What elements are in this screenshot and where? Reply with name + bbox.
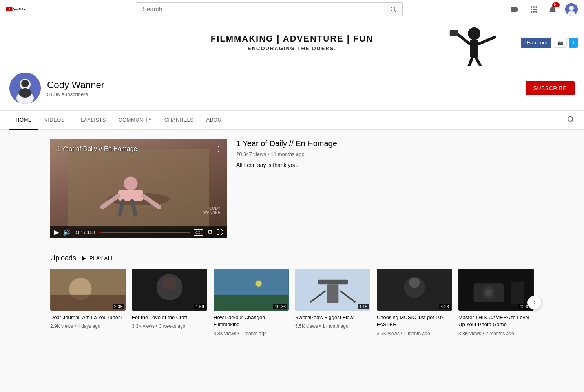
play-all-button[interactable]: PLAY ALL: [81, 255, 114, 261]
channel-info-bar: Cody Wanner 51.8K subscribers SUBSCRIBE: [0, 66, 584, 111]
video-duration: 4:15: [358, 304, 369, 309]
instagram-button[interactable]: 📷: [554, 38, 567, 48]
tab-community[interactable]: COMMUNITY: [112, 111, 158, 130]
video-card[interactable]: 2:08 Dear Journal: Am I a YouTuber? 2.9K…: [50, 269, 126, 337]
video-card-meta: 3.8K views • 1 month ago: [214, 330, 289, 337]
subscribe-button[interactable]: SUBSCRIBE: [526, 81, 575, 95]
svg-point-6: [569, 6, 574, 11]
banner-subtitle: ENCOURAGING THE DOERS.: [211, 45, 374, 51]
svg-point-3: [391, 7, 395, 11]
cc-icon[interactable]: CC: [194, 229, 203, 236]
featured-section: 1 Year of Daily // En Homage ⋮ CODYWANNE…: [50, 139, 534, 238]
video-card[interactable]: 12:07 Master THIS CAMERA to Level-Up You…: [458, 269, 534, 337]
tab-home[interactable]: HOME: [9, 111, 38, 130]
notification-icon[interactable]: 9+: [546, 3, 559, 16]
svg-point-26: [124, 177, 137, 191]
main-content: 1 Year of Daily // En Homage ⋮ CODYWANNE…: [41, 130, 543, 347]
video-time: 0:01 / 3:56: [75, 230, 95, 235]
video-card-title: How Parkour Changed Filmmaking: [214, 314, 289, 328]
svg-point-38: [163, 277, 176, 290]
svg-rect-44: [327, 284, 339, 303]
video-menu-button[interactable]: ⋮: [214, 144, 222, 153]
video-overlay-title: 1 Year of Daily // En Homage: [57, 145, 137, 152]
tab-about[interactable]: ABOUT: [200, 111, 231, 130]
nav-search-icon[interactable]: [567, 115, 575, 125]
svg-point-49: [409, 278, 420, 288]
featured-video-player[interactable]: 1 Year of Daily // En Homage ⋮ CODYWANNE…: [50, 139, 227, 238]
progress-bar-fill: [99, 232, 102, 233]
fullscreen-icon[interactable]: ⛶: [217, 229, 223, 236]
instagram-icon: 📷: [557, 40, 563, 45]
video-thumbnail: 12:07: [458, 269, 534, 311]
tab-videos[interactable]: VIDEOS: [38, 111, 71, 130]
svg-line-23: [572, 120, 574, 122]
tab-playlists[interactable]: PLAYLISTS: [71, 111, 112, 130]
youtube-logo[interactable]: YouTube: [6, 5, 26, 13]
video-thumbnail: 10:36: [214, 269, 289, 311]
featured-video-description: All I can say is thank you.: [236, 162, 534, 168]
video-card-title: For the Love of the Craft: [132, 314, 207, 321]
play-all-icon: [81, 255, 87, 261]
svg-line-10: [457, 34, 470, 44]
svg-text:YouTube: YouTube: [13, 7, 26, 11]
svg-line-12: [478, 37, 495, 44]
video-controls: ▶ 🔊 0:01 / 3:56 CC ⚙ ⛶: [50, 226, 227, 238]
video-card[interactable]: 1:59 For the Love of the Craft 3.3K view…: [132, 269, 207, 337]
banner-title: FILMMAKING | ADVENTURE | FUN: [211, 34, 374, 44]
header-right: 9+: [509, 3, 578, 16]
video-duration: 1:59: [194, 304, 206, 309]
video-card-meta: 3.3K views • 3 weeks ago: [132, 323, 207, 330]
channel-details: Cody Wanner 51.8K subscribers: [47, 80, 526, 97]
banner-person-illustration: [443, 23, 506, 66]
channel-subscribers: 51.8K subscribers: [47, 91, 526, 97]
header: YouTube 9+: [0, 0, 584, 19]
channel-banner: FILMMAKING | ADVENTURE | FUN ENCOURAGING…: [0, 19, 584, 66]
search-bar: [136, 2, 403, 16]
svg-line-4: [394, 11, 396, 12]
progress-bar[interactable]: [99, 232, 190, 233]
tab-channels[interactable]: CHANNELS: [158, 111, 200, 130]
search-input[interactable]: [136, 2, 384, 16]
channel-avatar: [9, 73, 41, 104]
svg-point-20: [21, 80, 29, 87]
video-watermark: CODYWANNER: [203, 206, 221, 215]
play-all-label: PLAY ALL: [89, 255, 114, 261]
featured-video-meta: 20,347 views • 11 months ago: [236, 151, 534, 157]
video-card-title: Master THIS CAMERA to Level-Up Your Phot…: [458, 314, 534, 328]
search-button[interactable]: [384, 2, 403, 16]
apps-icon[interactable]: [527, 3, 540, 16]
video-card[interactable]: 4:23 Choosing MUSIC just got 10x FASTER …: [377, 269, 452, 337]
video-duration: 10:36: [273, 304, 287, 309]
channel-name: Cody Wanner: [47, 80, 526, 91]
next-carousel-button[interactable]: [527, 296, 542, 310]
twitter-button[interactable]: t: [569, 38, 578, 48]
featured-video-thumbnail: [50, 139, 227, 238]
facebook-button[interactable]: f Facebook: [521, 38, 551, 48]
video-create-icon[interactable]: [509, 3, 521, 16]
nav-tabs: HOME VIDEOS PLAYLISTS COMMUNITY CHANNELS…: [0, 111, 584, 130]
svg-rect-43: [318, 280, 348, 284]
svg-marker-32: [82, 256, 86, 261]
facebook-label: Facebook: [527, 40, 548, 45]
svg-line-13: [465, 57, 473, 66]
settings-icon[interactable]: ⚙: [207, 229, 213, 236]
video-thumbnail: 2:08: [50, 269, 126, 311]
video-card-meta: 3.5K views • 1 month ago: [377, 330, 452, 337]
video-thumbnail: 4:15: [295, 269, 370, 311]
volume-icon[interactable]: 🔊: [63, 229, 71, 236]
video-duration: 4:23: [439, 304, 451, 309]
play-icon[interactable]: ▶: [54, 229, 59, 236]
svg-point-22: [568, 116, 573, 121]
video-card-title: Dear Journal: Am I a YouTuber?: [50, 314, 126, 321]
video-card[interactable]: 4:15 SwitchPod's Biggest Flaw 5.5K views…: [295, 269, 370, 337]
user-avatar[interactable]: [565, 3, 578, 16]
video-card-meta: 5.5K views • 1 month ago: [295, 323, 370, 330]
svg-rect-11: [450, 30, 458, 36]
banner-social: f Facebook 📷 t: [521, 38, 578, 48]
svg-line-14: [476, 57, 484, 66]
svg-point-41: [256, 281, 261, 287]
video-card[interactable]: 10:36 How Parkour Changed Filmmaking 3.8…: [214, 269, 289, 337]
video-thumbnail: 1:59: [132, 269, 207, 311]
svg-rect-27: [118, 190, 143, 201]
uploads-title: Uploads: [50, 254, 76, 262]
